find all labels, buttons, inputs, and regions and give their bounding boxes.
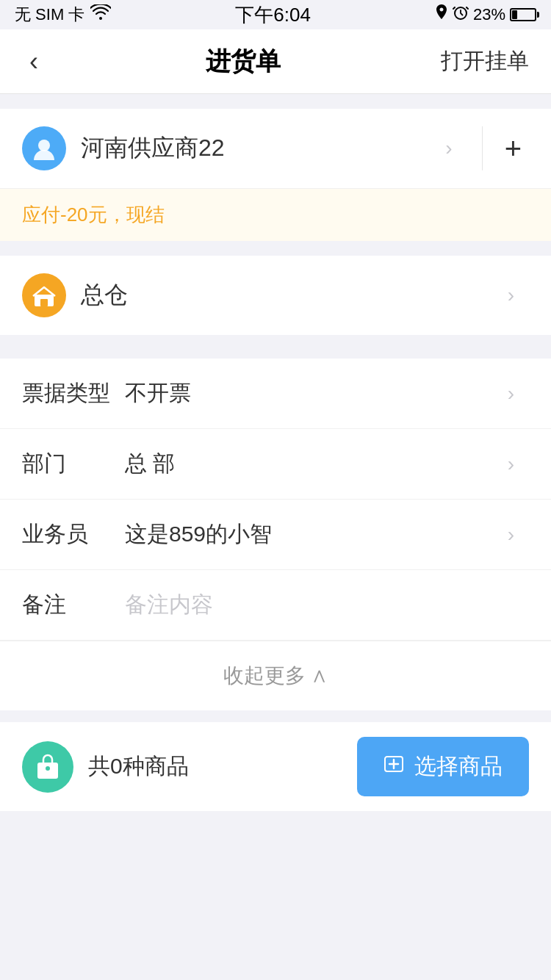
warehouse-row[interactable]: 总仓 ›	[0, 256, 551, 335]
form-section: 票据类型 不开票 › 部门 总 部 › 业务员 这是859的小智 › 备注 备注…	[0, 347, 551, 710]
remark-input[interactable]: 备注内容	[125, 590, 529, 620]
supplier-avatar	[22, 126, 66, 170]
gap2	[0, 241, 551, 256]
collapse-button[interactable]: 收起更多 ∧	[0, 641, 551, 710]
select-btn-icon	[383, 754, 407, 779]
battery-icon	[510, 8, 536, 21]
sales-row[interactable]: 业务员 这是859的小智 ›	[0, 500, 551, 570]
status-bar: 无 SIM 卡 下午6:04 23%	[0, 0, 551, 29]
notice-banner: 应付-20元，现结	[0, 189, 551, 241]
add-supplier-button[interactable]: +	[497, 132, 529, 165]
location-icon	[435, 4, 448, 25]
product-icon-wrap	[22, 741, 73, 793]
warehouse-name: 总仓	[81, 279, 508, 311]
battery-fill	[512, 10, 517, 19]
alarm-icon	[453, 4, 469, 25]
invoice-row[interactable]: 票据类型 不开票 ›	[0, 359, 551, 429]
status-left: 无 SIM 卡	[15, 4, 111, 26]
warehouse-card: 总仓 ›	[0, 256, 551, 335]
back-button[interactable]: ‹	[22, 39, 46, 84]
wifi-icon	[90, 4, 111, 25]
warehouse-icon-wrap	[22, 273, 66, 317]
sales-value: 这是859的小智	[125, 519, 508, 550]
invoice-value: 不开票	[125, 378, 508, 408]
battery-percentage: 23%	[473, 5, 505, 24]
select-product-button[interactable]: 选择商品	[357, 737, 529, 796]
warehouse-chevron-icon: ›	[508, 284, 514, 307]
select-btn-label: 选择商品	[414, 752, 503, 782]
carrier-label: 无 SIM 卡	[15, 4, 84, 26]
dept-value: 总 部	[125, 449, 508, 479]
status-right: 23%	[435, 4, 536, 25]
bottom-bar: 共0种商品 选择商品	[0, 722, 551, 811]
open-pending-button[interactable]: 打开挂单	[441, 46, 529, 76]
main-content: 河南供应商22 › + 应付-20元，现结 总仓 › 票据类型 不开票	[0, 94, 551, 811]
remark-label: 备注	[22, 590, 125, 620]
invoice-chevron-icon: ›	[508, 382, 514, 406]
supplier-name: 河南供应商22	[81, 132, 445, 165]
divider	[482, 126, 483, 170]
nav-bar: ‹ 进货单 打开挂单	[0, 29, 551, 94]
svg-point-1	[38, 140, 50, 151]
supplier-chevron-icon: ›	[445, 137, 452, 160]
invoice-label: 票据类型	[22, 378, 125, 408]
product-count-label: 共0种商品	[88, 752, 357, 782]
sales-chevron-icon: ›	[508, 523, 514, 547]
svg-point-5	[46, 766, 50, 771]
sales-label: 业务员	[22, 519, 125, 550]
status-time: 下午6:04	[235, 2, 311, 28]
supplier-card: 河南供应商22 › + 应付-20元，现结	[0, 109, 551, 241]
svg-rect-3	[40, 299, 48, 306]
supplier-row[interactable]: 河南供应商22 › +	[0, 109, 551, 189]
dept-chevron-icon: ›	[508, 453, 514, 476]
remark-row[interactable]: 备注 备注内容	[0, 570, 551, 641]
page-title: 进货单	[206, 45, 281, 79]
gap1	[0, 94, 551, 109]
gap3	[0, 347, 551, 359]
dept-label: 部门	[22, 449, 125, 479]
dept-row[interactable]: 部门 总 部 ›	[0, 429, 551, 500]
